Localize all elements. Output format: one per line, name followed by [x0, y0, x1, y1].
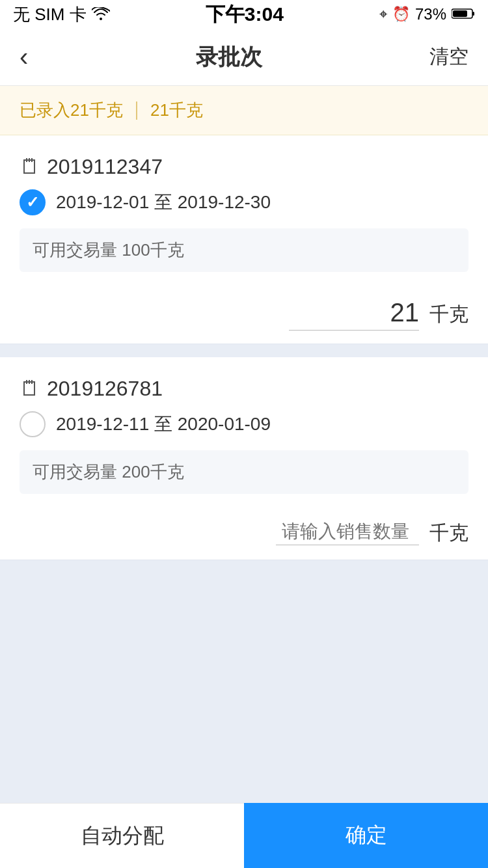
batch-1-radio[interactable] — [20, 189, 46, 215]
batch-card-1-inner: 🗒 2019112347 2019-12-01 至 2019-12-30 — [0, 135, 488, 215]
batch-card-1: 🗒 2019112347 2019-12-01 至 2019-12-30 可用交… — [0, 135, 488, 344]
auto-distribute-button[interactable]: 自动分配 — [0, 803, 244, 868]
batch-card-2-inner: 🗒 2019126781 2019-12-11 至 2020-01-09 — [0, 357, 488, 437]
batch-1-date: 2019-12-01 至 2019-12-30 — [56, 190, 271, 215]
back-button[interactable]: ‹ — [20, 42, 28, 72]
battery-icon — [452, 5, 475, 23]
batch-2-input-row[interactable]: 千克 — [0, 507, 488, 560]
batch-card-2: 🗒 2019126781 2019-12-11 至 2020-01-09 可用交… — [0, 357, 488, 560]
batch-1-id: 2019112347 — [47, 155, 163, 179]
batch-1-id-row: 🗒 2019112347 — [20, 155, 468, 179]
empty-area — [0, 560, 488, 840]
batch-2-input-wrapper[interactable] — [276, 521, 419, 545]
status-bar: 无 SIM 卡 下午3:04 ⌖ ⏰ 73% — [0, 0, 488, 29]
batch-2-unit: 千克 — [429, 520, 468, 547]
batch-2-id-row: 🗒 2019126781 — [20, 377, 468, 401]
section-separator — [0, 344, 488, 357]
batch-2-radio[interactable] — [20, 411, 46, 437]
page-title: 录批次 — [196, 42, 262, 72]
batch-2-available: 可用交易量 200千克 — [20, 450, 468, 494]
batch-2-icon: 🗒 — [20, 377, 40, 401]
batch-1-available: 可用交易量 100千克 — [20, 228, 468, 272]
batch-2-quantity-input[interactable] — [276, 521, 419, 542]
batch-1-unit: 千克 — [429, 301, 468, 328]
status-time: 下午3:04 — [206, 1, 284, 28]
info-banner: 已录入21千克 21千克 — [0, 86, 488, 135]
location-icon: ⌖ — [379, 6, 387, 23]
clear-button[interactable]: 清空 — [429, 44, 468, 70]
battery-percent: 73% — [415, 5, 446, 23]
status-right: ⌖ ⏰ 73% — [379, 5, 475, 23]
page-content: 已录入21千克 21千克 🗒 2019112347 2019-12-01 至 2… — [0, 86, 488, 868]
bottom-bar: 自动分配 确定 — [0, 803, 488, 868]
batch-2-input-underline — [276, 545, 419, 545]
batch-2-date-row[interactable]: 2019-12-11 至 2020-01-09 — [20, 411, 468, 437]
batch-1-quantity-row: 21 千克 — [0, 285, 488, 344]
batch-1-qty-line — [289, 330, 419, 331]
nav-bar: ‹ 录批次 清空 — [0, 29, 488, 86]
batch-1-quantity-value: 21 — [390, 298, 420, 327]
status-left: 无 SIM 卡 — [13, 3, 110, 26]
batch-2-date: 2019-12-11 至 2020-01-09 — [56, 412, 271, 437]
recorded-amount: 已录入21千克 — [20, 99, 123, 122]
batch-1-quantity-wrapper: 21 — [289, 298, 419, 331]
svg-rect-2 — [453, 10, 467, 17]
alarm-icon: ⏰ — [392, 6, 410, 23]
batch-2-id: 2019126781 — [47, 377, 163, 401]
svg-rect-1 — [472, 12, 474, 16]
confirm-button[interactable]: 确定 — [244, 803, 488, 868]
wifi-icon — [92, 5, 110, 25]
batch-1-date-row[interactable]: 2019-12-01 至 2019-12-30 — [20, 189, 468, 215]
batch-1-icon: 🗒 — [20, 155, 40, 179]
total-amount: 21千克 — [150, 99, 203, 122]
carrier-text: 无 SIM 卡 — [13, 3, 87, 26]
info-divider — [136, 102, 137, 120]
